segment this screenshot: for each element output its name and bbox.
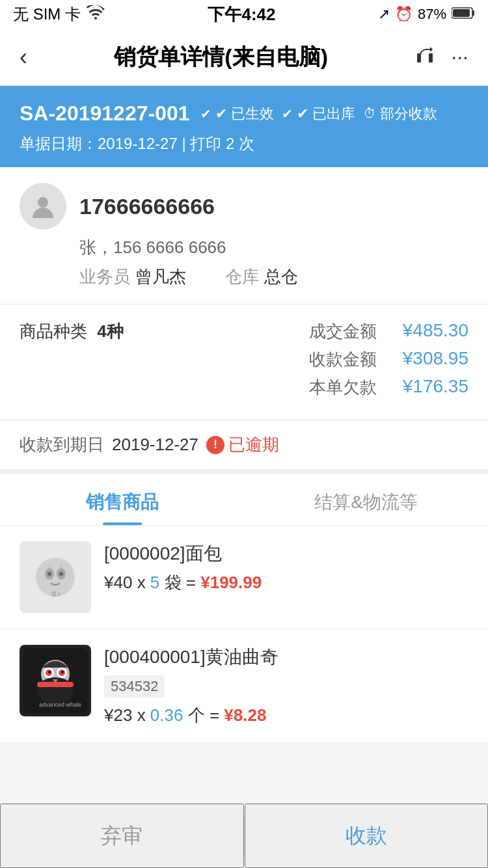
svg-point-22 (61, 671, 64, 673)
badge-partial-text: 部分收款 (380, 104, 437, 124)
customer-name: 17666666666 (79, 194, 215, 219)
product-qty-2: 0.36 (150, 705, 183, 725)
carrier-text: 无 SIM 卡 (13, 4, 81, 25)
customer-section: 17666666666 张，156 6666 6666 业务员 曾凡杰 仓库 总… (0, 167, 488, 305)
tab-settlement[interactable]: 结算&物流等 (244, 474, 488, 525)
summary-left: 商品种类 4种 (20, 320, 124, 343)
warehouse-value: 总仓 (264, 265, 298, 288)
product-price-1: ¥40 (104, 573, 132, 592)
svg-point-21 (48, 671, 51, 673)
overdue-text: 已逾期 (228, 433, 279, 456)
tab-products[interactable]: 销售商品 (0, 474, 244, 525)
more-icon[interactable]: ··· (451, 45, 468, 69)
bottom-bar: 弃审 收款 (0, 803, 488, 868)
confirm-button[interactable]: 收款 (245, 804, 489, 868)
summary-section: 商品种类 4种 成交金额 ¥485.30 收款金额 ¥308.95 本单欠款 ¥… (0, 305, 488, 420)
amount-row: 成交金额 ¥485.30 (309, 320, 468, 343)
overdue-badge: ! 已逾期 (206, 433, 279, 456)
svg-text:草+: 草+ (51, 591, 61, 598)
types-label: 商品种类 (20, 321, 87, 341)
order-meta: 单据日期：2019-12-27 | 打印 2 次 (20, 133, 468, 154)
navigation-bar: ‹ 销货单详情(来自电脑) ··· (0, 29, 488, 86)
received-label: 收款金额 (309, 348, 377, 371)
debt-value: ¥176.35 (403, 376, 468, 399)
amount-value: ¥485.30 (403, 320, 468, 343)
received-row: 收款金额 ¥308.95 (309, 348, 468, 371)
product-name-1: [0000002]面包 (104, 541, 468, 566)
svg-text:advanced whale: advanced whale (39, 701, 81, 708)
location-icon: ↗ (378, 6, 390, 23)
order-header: SA-20191227-001 ✔ ✔ 已生效 ✔ ✔ 已出库 ⏱ 部分收款 单… (0, 86, 488, 167)
product-item-2: advanced whale [000400001]黄油曲奇 534532 ¥2… (0, 629, 488, 743)
product-price-2: ¥23 (104, 705, 132, 725)
page-title: 销货单详情(来自电脑) (114, 42, 328, 72)
status-right: ↗ ⏰ 87% (378, 6, 475, 23)
received-value: ¥308.95 (403, 348, 468, 371)
order-id: SA-20191227-001 (20, 102, 190, 126)
avatar (20, 183, 66, 230)
order-date: 单据日期：2019-12-27 (20, 135, 178, 152)
product-types: 商品种类 4种 (20, 320, 124, 343)
nav-right-icons: ··· (414, 44, 468, 70)
status-left: 无 SIM 卡 (13, 4, 105, 25)
products-section: 草+ [0000002]面包 ¥40 x 5 袋 = ¥199.99 (0, 526, 488, 743)
debt-row: 本单欠款 ¥176.35 (309, 376, 468, 399)
alarm-icon: ⏰ (395, 6, 413, 23)
badge-effective: ✔ ✔ 已生效 (200, 104, 274, 124)
battery-icon (452, 6, 475, 23)
svg-rect-2 (453, 9, 470, 17)
cancel-label: 弃审 (101, 822, 142, 850)
check-icon-2: ✔ (282, 106, 293, 122)
product-price-x-2: x (137, 705, 150, 725)
svg-rect-3 (417, 53, 421, 62)
product-eq-1: = (186, 573, 200, 592)
badge-effective-text: ✔ 已生效 (215, 104, 274, 124)
types-value: 4种 (97, 321, 123, 341)
product-sku-wrapper-2: 534532 (104, 675, 468, 704)
share-icon[interactable] (414, 44, 435, 70)
overdue-icon: ! (206, 436, 224, 454)
due-label: 收款到期日 (20, 433, 104, 456)
wifi-icon (86, 5, 105, 23)
clock-icon: ⏱ (363, 106, 376, 121)
svg-point-12 (60, 573, 62, 575)
svg-point-11 (48, 573, 51, 575)
back-button[interactable]: ‹ (20, 44, 27, 71)
product-unit-2: 个 (188, 705, 205, 725)
customer-sub: 张，156 6666 6666 (79, 236, 468, 259)
product-sku-2: 534532 (104, 675, 165, 698)
amount-label: 成交金额 (309, 320, 377, 343)
status-bar: 无 SIM 卡 下午4:42 ↗ ⏰ 87% (0, 0, 488, 29)
customer-details: 业务员 曾凡杰 仓库 总仓 (79, 265, 468, 288)
product-total-2: ¥8.28 (224, 705, 266, 725)
product-thumb-1: 草+ (20, 541, 91, 613)
svg-rect-1 (472, 10, 474, 16)
cancel-button[interactable]: 弃审 (0, 804, 244, 868)
status-time: 下午4:42 (208, 3, 275, 26)
product-qty-1: 5 (150, 573, 159, 592)
product-total-1: ¥199.99 (200, 573, 262, 592)
due-section: 收款到期日 2019-12-27 ! 已逾期 (0, 420, 488, 474)
order-meta-sep: | (182, 135, 190, 152)
product-unit-1: 袋 (165, 573, 182, 592)
svg-rect-4 (429, 53, 433, 62)
due-date: 2019-12-27 (112, 435, 198, 455)
product-info-2: [000400001]黄油曲奇 534532 ¥23 x 0.36 个 = ¥8… (104, 645, 468, 727)
salesman-label: 业务员 (79, 265, 130, 288)
badge-shipped-text: ✔ 已出库 (297, 104, 355, 124)
product-name-2: [000400001]黄油曲奇 (104, 645, 468, 670)
warehouse-label: 仓库 (225, 265, 259, 288)
confirm-label: 收款 (346, 822, 387, 850)
check-icon-1: ✔ (200, 106, 211, 122)
product-info-1: [0000002]面包 ¥40 x 5 袋 = ¥199.99 (104, 541, 468, 594)
product-item: 草+ [0000002]面包 ¥40 x 5 袋 = ¥199.99 (0, 526, 488, 629)
tabs-section: 销售商品 结算&物流等 (0, 474, 488, 526)
badge-shipped: ✔ ✔ 已出库 (282, 104, 355, 124)
status-badges: ✔ ✔ 已生效 ✔ ✔ 已出库 ⏱ 部分收款 (200, 104, 437, 124)
svg-point-5 (38, 197, 48, 208)
debt-label: 本单欠款 (309, 376, 377, 399)
product-thumb-2: advanced whale (20, 645, 91, 716)
badge-partial: ⏱ 部分收款 (363, 104, 437, 124)
summary-right: 成交金额 ¥485.30 收款金额 ¥308.95 本单欠款 ¥176.35 (309, 320, 468, 404)
battery-text: 87% (418, 6, 446, 23)
